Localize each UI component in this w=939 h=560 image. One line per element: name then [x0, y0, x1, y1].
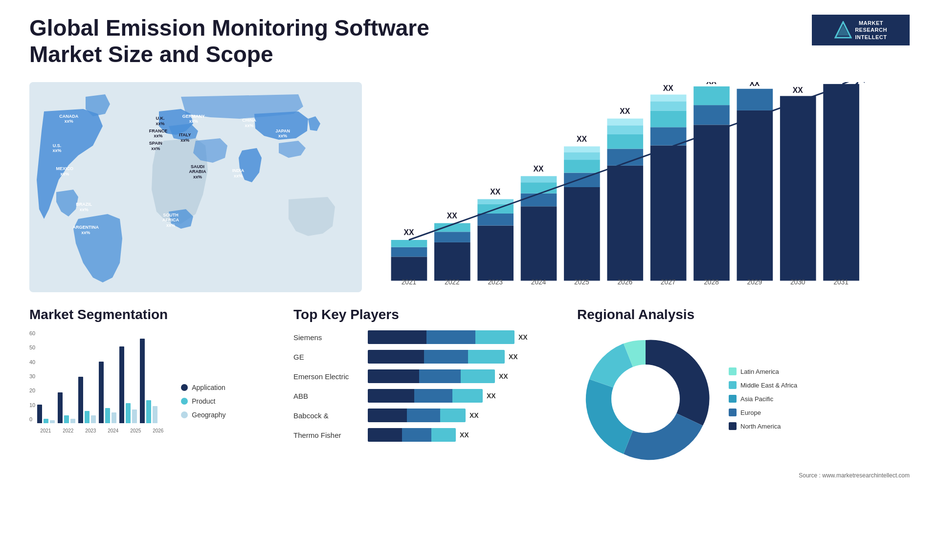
svg-rect-58 — [823, 84, 859, 281]
svg-rect-36 — [607, 119, 643, 126]
label-uk: U.K.xx% — [156, 116, 164, 127]
label-spain: SPAINxx% — [149, 141, 162, 151]
svg-text:XX: XX — [663, 84, 673, 92]
svg-text:XX: XX — [793, 86, 803, 94]
player-row-siemens: Siemens XX — [293, 330, 567, 344]
players-list: Siemens XX GE — [293, 330, 567, 442]
legend-application: Application — [181, 384, 225, 391]
svg-rect-4 — [391, 247, 427, 257]
growth-chart-section: XX 2021 XX 2022 — [372, 82, 910, 292]
label-france: FRANCExx% — [149, 129, 168, 139]
player-value-abb: XX — [487, 392, 496, 400]
svg-text:2028: 2028 — [704, 279, 719, 286]
player-value-emerson: XX — [499, 372, 508, 380]
label-japan: JAPANxx% — [275, 129, 290, 139]
legend-text-mea: Middle East & Africa — [740, 382, 797, 389]
player-bar-abb: XX — [368, 389, 567, 403]
svg-rect-32 — [607, 166, 643, 281]
svg-rect-52 — [737, 89, 773, 110]
svg-rect-51 — [737, 110, 773, 281]
svg-rect-5 — [391, 240, 427, 247]
seg-y-axis: 60 50 40 30 20 10 0 — [29, 330, 35, 423]
player-name-abb: ABB — [293, 392, 362, 400]
legend-label-product: Product — [192, 397, 215, 405]
svg-rect-8 — [434, 242, 470, 281]
player-row-thermo: Thermo Fisher XX — [293, 428, 567, 442]
legend-text-latin: Latin America — [740, 368, 779, 375]
svg-rect-16 — [477, 199, 514, 204]
donut-area: Latin America Middle East & Africa Asia … — [577, 330, 910, 467]
legend-north-america: North America — [729, 422, 797, 430]
svg-rect-28 — [564, 152, 600, 160]
label-argentina: ARGENTINAxx% — [72, 225, 99, 236]
player-value-thermo: XX — [460, 431, 469, 439]
regional-title: Regional Analysis — [577, 307, 910, 323]
growth-chart-container: XX 2021 XX 2022 — [381, 82, 910, 292]
svg-text:2030: 2030 — [790, 279, 805, 286]
label-canada: CANADAxx% — [59, 114, 78, 125]
svg-rect-46 — [693, 125, 730, 280]
segmentation-section: Market Segmentation 60 50 40 30 20 10 0 — [29, 302, 284, 484]
segmentation-title: Market Segmentation — [29, 307, 284, 323]
player-bar-emerson: XX — [368, 369, 567, 383]
page-title: Global Emission Monitoring Software Mark… — [29, 15, 470, 67]
svg-text:XX: XX — [620, 107, 630, 115]
legend-label-geography: Geography — [192, 411, 225, 419]
label-germany: GERMANYxx% — [182, 114, 205, 125]
svg-text:2025: 2025 — [574, 279, 589, 286]
svg-text:2027: 2027 — [661, 279, 676, 286]
player-value-ge: XX — [509, 353, 518, 361]
svg-rect-22 — [521, 176, 557, 182]
page-wrapper: Global Emission Monitoring Software Mark… — [0, 0, 939, 560]
svg-rect-29 — [564, 147, 600, 152]
source-text: Source : www.marketresearchintellect.com — [577, 472, 910, 479]
player-name-siemens: Siemens — [293, 333, 362, 342]
svg-rect-19 — [521, 206, 557, 280]
map-section: CANADAxx% U.S.xx% MEXICOxx% BRAZILxx% AR… — [29, 82, 362, 292]
growth-chart-svg: XX 2021 XX 2022 — [381, 82, 910, 292]
svg-marker-64 — [861, 82, 867, 83]
player-row-emerson: Emerson Electric XX — [293, 369, 567, 383]
label-brazil: BRAZILxx% — [76, 202, 92, 213]
player-name-thermo: Thermo Fisher — [293, 431, 362, 439]
svg-text:XX: XX — [749, 82, 760, 87]
logo: MARKET RESEARCH INTELLECT — [812, 15, 910, 45]
label-us: U.S.xx% — [53, 143, 62, 154]
seg-bars — [37, 330, 166, 438]
legend-color-na — [729, 422, 737, 430]
legend-dot-geography — [181, 411, 188, 418]
seg-bar-group-2021 — [37, 405, 55, 423]
players-title: Top Key Players — [293, 307, 567, 323]
svg-rect-3 — [391, 257, 427, 280]
svg-rect-9 — [434, 232, 470, 242]
svg-text:XX: XX — [447, 212, 457, 220]
player-value-babcock: XX — [470, 411, 479, 419]
svg-rect-13 — [477, 226, 514, 281]
svg-text:2021: 2021 — [402, 279, 417, 286]
svg-text:XX: XX — [534, 165, 544, 173]
svg-rect-48 — [693, 86, 730, 105]
svg-rect-41 — [650, 111, 687, 127]
svg-text:XX: XX — [403, 228, 414, 237]
regional-section: Regional Analysis — [577, 302, 910, 484]
svg-line-63 — [843, 82, 867, 84]
label-saudi: SAUDIARABIAxx% — [189, 164, 206, 180]
legend-color-apac — [729, 395, 737, 403]
logo-icon — [834, 21, 852, 39]
player-row-ge: GE XX — [293, 350, 567, 364]
player-name-emerson: Emerson Electric — [293, 372, 362, 381]
player-name-ge: GE — [293, 353, 362, 361]
svg-rect-55 — [780, 96, 816, 280]
player-bar-ge: XX — [368, 350, 567, 364]
svg-rect-47 — [693, 105, 730, 125]
legend-color-europe — [729, 409, 737, 416]
svg-rect-39 — [650, 146, 687, 281]
legend-asia-pacific: Asia Pacific — [729, 395, 797, 403]
legend-europe: Europe — [729, 409, 797, 416]
legend-text-na: North America — [740, 423, 781, 430]
svg-text:2029: 2029 — [747, 279, 762, 286]
seg-chart-area: 60 50 40 30 20 10 0 — [29, 330, 284, 433]
header: Global Emission Monitoring Software Mark… — [29, 15, 910, 67]
legend-latin-america: Latin America — [729, 367, 797, 375]
donut-chart-svg — [577, 330, 714, 467]
